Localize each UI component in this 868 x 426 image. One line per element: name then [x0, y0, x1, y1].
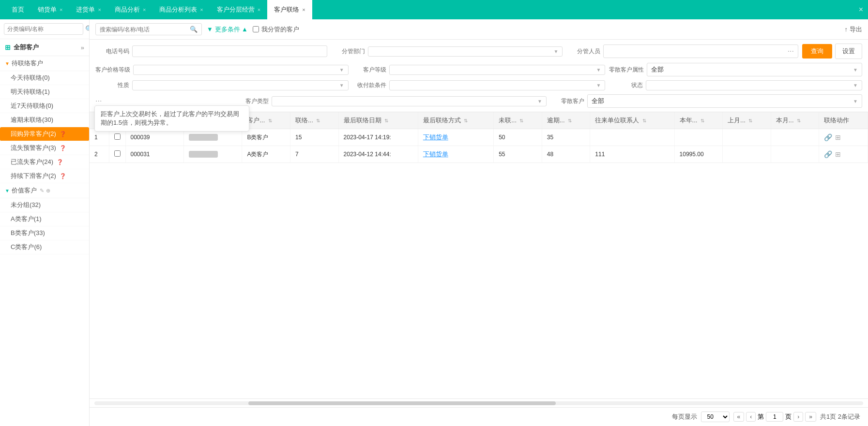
plus-icon[interactable]: ⊕: [46, 188, 50, 194]
chevron-down-icon6: ▼: [339, 83, 344, 88]
scrollbar-thumb[interactable]: [248, 401, 556, 405]
export-button[interactable]: ↑ 导出: [845, 25, 863, 34]
close-tab-sales[interactable]: ×: [60, 7, 62, 13]
first-page-button[interactable]: «: [733, 412, 745, 422]
query-button[interactable]: 查询: [802, 44, 832, 59]
th-this-year[interactable]: 本年... ⇅: [674, 112, 723, 129]
per-page-select[interactable]: 50 100 200: [701, 411, 730, 422]
th-last-contact-method[interactable]: 最后联络方式 ⇅: [418, 112, 493, 129]
link-action-icon-1[interactable]: 🔗: [824, 133, 832, 141]
my-customers-checkbox[interactable]: [253, 26, 259, 32]
cell-this-month-2: [771, 146, 819, 163]
last-method-link-1[interactable]: 下销货单: [423, 133, 448, 141]
row-checkbox-2[interactable]: [114, 150, 121, 157]
prev-page-button[interactable]: ‹: [746, 412, 756, 422]
sidebar-group-value[interactable]: ▼ 价值客户 ✎ ⊕: [0, 183, 89, 198]
status-select[interactable]: ▼: [646, 80, 862, 90]
settings-button[interactable]: 设置: [835, 44, 862, 59]
tab-purchase[interactable]: 进货单 ×: [69, 0, 107, 19]
tab-customer-contact[interactable]: 客户联络 ×: [267, 0, 312, 19]
tab-analysis-list[interactable]: 商品分析列表 ×: [152, 0, 210, 19]
payment-select[interactable]: ▼: [389, 80, 606, 90]
retail-customer-select[interactable]: 全部 ▼: [587, 94, 862, 108]
tab-customer-segment[interactable]: 客户分层经营 ×: [210, 0, 267, 19]
sidebar-group-pending[interactable]: ▼ 待联络客户: [0, 56, 89, 71]
close-tab-analysis[interactable]: ×: [143, 7, 146, 13]
category-search-input[interactable]: [4, 23, 83, 35]
action-icons-2: 🔗 ⊞: [824, 150, 863, 158]
question-icon: ❓: [60, 131, 66, 137]
table-row: 2 000031 A类客户 7 2023-04-12 14:44: 下销货单 5…: [90, 146, 868, 163]
category-search-button[interactable]: 🔍: [85, 25, 90, 33]
sidebar-item-a-class[interactable]: A类客户(1): [0, 212, 89, 226]
sidebar-item-week-pending[interactable]: 近7天待联络(0): [0, 99, 89, 113]
grid-action-icon-2[interactable]: ⊞: [835, 150, 841, 158]
th-contact-count[interactable]: 联络... ⇅: [290, 112, 339, 129]
th-last-contact-date[interactable]: 最后联络日期 ⇅: [338, 112, 418, 129]
filter-search-input[interactable]: [100, 26, 188, 33]
sidebar-all-customers[interactable]: ⊞ 全部客户 »: [0, 39, 89, 56]
close-tab-purchase[interactable]: ×: [98, 7, 101, 13]
close-tab-customer-segment[interactable]: ×: [258, 7, 260, 13]
close-all-button[interactable]: ×: [859, 5, 863, 14]
payment-label: 收付款条件: [352, 81, 386, 89]
cell-last-method-2[interactable]: 下销货单: [418, 146, 493, 163]
price-level-select[interactable]: ▼: [133, 65, 349, 75]
cell-contact-count-1: 15: [290, 129, 339, 146]
tab-sales[interactable]: 销货单 ×: [31, 0, 69, 19]
last-method-link-2[interactable]: 下销货单: [423, 150, 448, 158]
cell-name-2: [183, 146, 242, 163]
edit-icon[interactable]: ✎: [40, 188, 44, 194]
page-number-input[interactable]: [766, 412, 783, 422]
sidebar-item-overdue-pending[interactable]: 逾期未联络(30): [0, 113, 89, 127]
filter-item-customer-type: 客户类型 ▼: [235, 96, 547, 106]
top-nav: 首页 销货单 × 进货单 × 商品分析 × 商品分析列表 × 客户分层经营 × …: [0, 0, 868, 19]
manager-select[interactable]: ···: [603, 44, 798, 58]
tab-analysis[interactable]: 商品分析 ×: [108, 0, 152, 19]
horizontal-scrollbar[interactable]: [90, 398, 868, 407]
close-tab-analysis-list[interactable]: ×: [200, 7, 203, 13]
more-conditions-button[interactable]: ▼ 更多条件 ▲: [207, 25, 248, 34]
sidebar-collapse-button[interactable]: »: [81, 44, 84, 51]
last-page-button[interactable]: »: [805, 412, 816, 422]
more-icon[interactable]: ···: [788, 47, 794, 56]
blurred-name-2: [189, 151, 218, 158]
sidebar-item-ungrouped[interactable]: 未分组(32): [0, 198, 89, 212]
tab-home[interactable]: 首页: [5, 0, 31, 19]
link-action-icon-2[interactable]: 🔗: [824, 150, 832, 158]
nature-select[interactable]: ▼: [132, 80, 349, 90]
th-contact-person[interactable]: 往来单位联系人 ⇅: [590, 112, 674, 129]
cell-checkbox-2[interactable]: [109, 146, 125, 163]
sidebar-item-c-class[interactable]: C类客户(6): [0, 240, 89, 254]
sidebar-item-today-pending[interactable]: 今天待联络(0): [0, 71, 89, 85]
cell-last-method-1[interactable]: 下销货单: [418, 129, 493, 146]
th-last-month[interactable]: 上月... ⇅: [723, 112, 771, 129]
customer-type-select[interactable]: ▼: [272, 96, 547, 106]
retail-attr-select[interactable]: 全部 ▼: [647, 63, 862, 76]
sidebar-item-b-class[interactable]: B类客户(33): [0, 226, 89, 240]
next-page-button[interactable]: ›: [793, 412, 803, 422]
dept-select[interactable]: ▼: [368, 46, 563, 57]
th-unlisted[interactable]: 未联... ⇅: [494, 112, 542, 129]
sidebar-item-repurchase-abnormal[interactable]: 回购异常客户(2) ❓: [0, 127, 89, 141]
close-tab-customer-contact[interactable]: ×: [302, 7, 305, 13]
chevron-down-icon4: ▼: [596, 67, 601, 73]
th-overdue[interactable]: 逾期... ⇅: [542, 112, 590, 129]
cell-last-date-2: 2023-04-12 14:44:: [338, 146, 418, 163]
cell-this-month-1: [771, 129, 819, 146]
cell-last-month-1: [723, 129, 771, 146]
grid-action-icon-1[interactable]: ⊞: [835, 133, 841, 141]
chevron-down-icon7: ▼: [596, 83, 601, 88]
th-this-month[interactable]: 本月... ⇅: [771, 112, 819, 129]
my-customers-checkbox-area[interactable]: 我分管的客户: [253, 25, 299, 34]
sidebar-item-tomorrow-pending[interactable]: 明天待联络(1): [0, 85, 89, 99]
dots-icon[interactable]: ···: [95, 97, 102, 105]
sidebar-item-churned[interactable]: 已流失客户(24) ❓: [0, 155, 89, 169]
cell-unlisted-2: 55: [494, 146, 542, 163]
filter-search-icon[interactable]: 🔍: [190, 26, 198, 33]
phone-input[interactable]: [132, 45, 327, 57]
customer-level-select[interactable]: ▼: [389, 65, 606, 75]
row-checkbox-1[interactable]: [114, 133, 121, 140]
sidebar-item-churn-warning[interactable]: 流失预警客户(3) ❓: [0, 141, 89, 155]
sidebar-item-declining[interactable]: 持续下滑客户(2) ❓: [0, 169, 89, 183]
